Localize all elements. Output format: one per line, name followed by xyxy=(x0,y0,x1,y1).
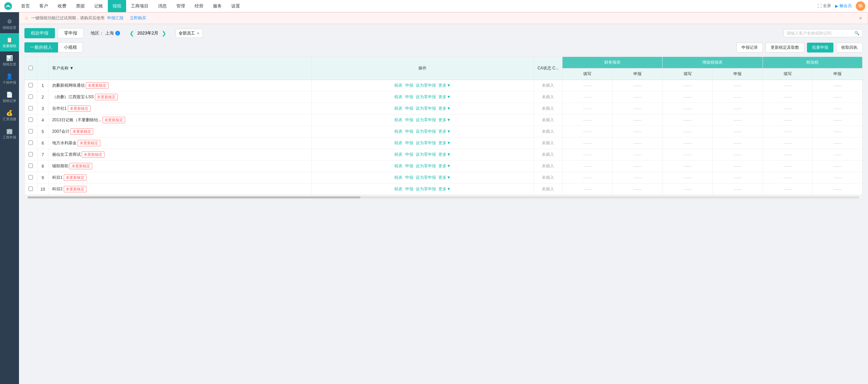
th-fin-rep: 申报 xyxy=(612,68,663,80)
sidebar-item-tax-settings[interactable]: ⚙ 报税设置 xyxy=(0,15,19,33)
nav-msg[interactable]: 消息 xyxy=(153,0,172,12)
row-checkbox[interactable] xyxy=(28,141,33,145)
op-zero-declare[interactable]: 设为零申报 xyxy=(416,141,436,145)
sidebar-item-tax-records[interactable]: 📄 报税记录 xyxy=(0,88,19,106)
op-taxform[interactable]: 税表 xyxy=(394,164,402,168)
month-value: 2023年2月 xyxy=(137,30,158,36)
op-more[interactable]: 更多▼ xyxy=(438,187,451,191)
op-more[interactable]: 更多▼ xyxy=(438,175,451,180)
op-declare[interactable]: 申报 xyxy=(405,187,413,191)
th-add-fill: 填写 xyxy=(763,68,813,80)
sidebar-item-batch-tax[interactable]: 📋 批量报税 xyxy=(0,33,19,51)
op-more[interactable]: 更多▼ xyxy=(438,118,451,122)
top-tabs-row: 税款申报 零申报 地区： 上海 i ❮ 2023年2月 ❯ 全部员工 ▼ xyxy=(24,28,863,38)
next-month-btn[interactable]: ❯ xyxy=(160,30,167,37)
op-zero-declare[interactable]: 设为零申报 xyxy=(416,152,436,157)
op-zero-declare[interactable]: 设为零申报 xyxy=(416,118,436,122)
row-add-rep: —— xyxy=(813,103,862,114)
op-taxform[interactable]: 税表 xyxy=(394,152,402,157)
scrollbar-thumb[interactable] xyxy=(27,196,360,198)
banner-link-report[interactable]: 申报汇报 xyxy=(107,15,123,21)
prev-month-btn[interactable]: ❮ xyxy=(128,30,135,37)
nav-service[interactable]: 服务 xyxy=(208,0,226,12)
banner-link-buy[interactable]: 立即购买 xyxy=(130,15,146,21)
op-more[interactable]: 更多▼ xyxy=(438,152,451,157)
tab-small-scale[interactable]: 小规模 xyxy=(58,42,83,52)
region-info-icon[interactable]: i xyxy=(115,31,120,36)
op-declare[interactable]: 申报 xyxy=(405,175,413,180)
nav-biz[interactable]: 工商项目 xyxy=(126,0,153,12)
nav-fee[interactable]: 收费 xyxy=(53,0,71,12)
banner-close-btn[interactable]: ✕ xyxy=(859,16,862,21)
nav-accounting[interactable]: 记账 xyxy=(90,0,108,12)
op-declare[interactable]: 申报 xyxy=(405,164,413,168)
op-taxform[interactable]: 税表 xyxy=(394,141,402,145)
staff-dropdown[interactable]: 全部员工 ▼ xyxy=(176,29,203,38)
row-checkbox[interactable] xyxy=(28,118,33,122)
op-more[interactable]: 更多▼ xyxy=(438,164,451,168)
row-checkbox[interactable] xyxy=(28,106,33,110)
op-taxform[interactable]: 税表 xyxy=(394,118,402,122)
op-zero-declare[interactable]: 设为零申报 xyxy=(416,83,436,88)
fullscreen-btn[interactable]: ⛶ 全屏 xyxy=(817,3,831,9)
sidebar-item-annual-settle[interactable]: 💰 汇算清缴 xyxy=(0,106,19,125)
op-taxform[interactable]: 税表 xyxy=(394,83,402,88)
op-zero-declare[interactable]: 设为零申报 xyxy=(416,106,436,111)
batch-declare-btn[interactable]: 批量申报 xyxy=(807,43,833,52)
update-tax-btn[interactable]: 更新税定及取数 xyxy=(766,43,804,52)
op-taxform[interactable]: 税表 xyxy=(394,187,402,191)
op-taxform[interactable]: 税表 xyxy=(394,129,402,134)
op-declare[interactable]: 申报 xyxy=(405,129,413,134)
row-checkbox[interactable] xyxy=(28,187,33,191)
op-taxform[interactable]: 税表 xyxy=(394,106,402,111)
sidebar-item-tax-overview[interactable]: 📊 报税总览 xyxy=(0,51,19,70)
tab-tax-declaration[interactable]: 税款申报 xyxy=(24,28,55,38)
op-declare[interactable]: 申报 xyxy=(405,83,413,88)
op-taxform[interactable]: 税表 xyxy=(394,175,402,180)
row-checkbox[interactable] xyxy=(28,164,33,168)
op-zero-declare[interactable]: 设为零申报 xyxy=(416,164,436,168)
nav-tax[interactable]: 报税 xyxy=(108,0,126,12)
op-declare[interactable]: 申报 xyxy=(405,152,413,157)
op-declare[interactable]: 申报 xyxy=(405,94,413,99)
declaration-records-btn[interactable]: 申报记录 xyxy=(736,43,763,52)
op-zero-declare[interactable]: 设为零申报 xyxy=(416,129,436,134)
op-zero-declare[interactable]: 设为零申报 xyxy=(416,187,436,191)
op-zero-declare[interactable]: 设为零申报 xyxy=(416,94,436,99)
op-zero-declare[interactable]: 设为零申报 xyxy=(416,175,436,180)
row-checkbox-cell xyxy=(25,91,37,103)
nav-home[interactable]: 首页 xyxy=(16,0,35,12)
row-checkbox[interactable] xyxy=(28,129,33,133)
tab-zero-declaration[interactable]: 零申报 xyxy=(58,28,84,38)
nav-client[interactable]: 客户 xyxy=(35,0,53,12)
op-declare[interactable]: 申报 xyxy=(405,141,413,145)
op-taxform[interactable]: 税表 xyxy=(394,94,402,99)
row-checkbox[interactable] xyxy=(28,83,33,87)
row-fin-fill: —— xyxy=(562,91,612,103)
op-more[interactable]: 更多▼ xyxy=(438,141,451,145)
horizontal-scrollbar[interactable] xyxy=(25,195,862,199)
nav-manage[interactable]: 管理 xyxy=(172,0,190,12)
search-icon[interactable]: 🔍 xyxy=(854,31,860,36)
op-more[interactable]: 更多▼ xyxy=(438,129,451,134)
th-operations: 操作 xyxy=(311,57,534,80)
upgrade-btn[interactable]: ▶ 畅会员 xyxy=(835,3,852,9)
sidebar-item-annual-report[interactable]: 🏢 工商年报 xyxy=(0,125,19,143)
op-more[interactable]: 更多▼ xyxy=(438,94,451,99)
nav-invoice[interactable]: 票据 xyxy=(71,0,90,12)
row-checkbox[interactable] xyxy=(28,152,33,156)
row-checkbox[interactable] xyxy=(28,175,33,179)
tab-general-taxpayer[interactable]: 一般的税人 xyxy=(24,42,58,52)
select-all-checkbox[interactable] xyxy=(28,66,33,70)
row-checkbox[interactable] xyxy=(28,94,33,99)
op-declare[interactable]: 申报 xyxy=(405,106,413,111)
nav-ops[interactable]: 经营 xyxy=(190,0,208,12)
nav-settings[interactable]: 设置 xyxy=(226,0,245,12)
sidebar-item-personal-tax[interactable]: 👤 个税申报 xyxy=(0,70,19,88)
op-more[interactable]: 更多▼ xyxy=(438,106,451,111)
user-avatar[interactable]: 畅 xyxy=(856,1,865,11)
receive-receipt-btn[interactable]: 收取回执 xyxy=(836,43,863,52)
op-more[interactable]: 更多▼ xyxy=(438,83,451,88)
search-input[interactable] xyxy=(787,31,854,36)
op-declare[interactable]: 申报 xyxy=(405,118,413,122)
